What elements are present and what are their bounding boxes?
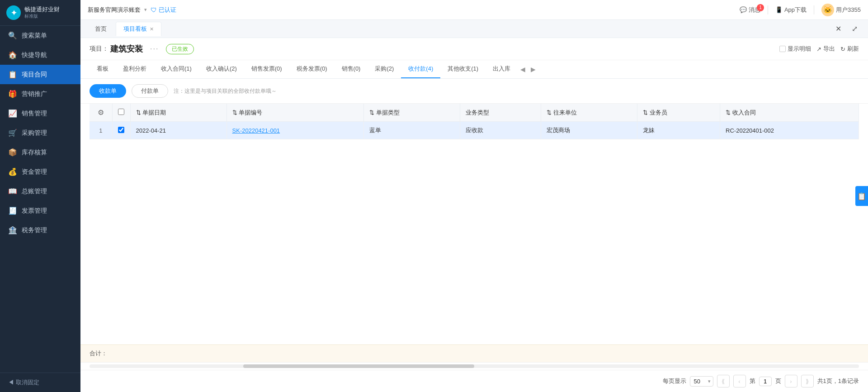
sidebar-item-search[interactable]: 🔍 搜索菜单 — [0, 26, 80, 45]
page-word: 第 — [750, 377, 755, 385]
receipt-icon: 🧾 — [8, 206, 17, 215]
sub-tab-receipt[interactable]: 收付款(4) — [401, 60, 440, 78]
sidebar-item-purchase[interactable]: 🛒 采购管理 — [0, 123, 80, 143]
sidebar-item-funds[interactable]: 💰 资金管理 — [0, 162, 80, 182]
data-table: ⚙ ⇅ 单据日期 ⇅ 单据编号 — [90, 104, 859, 139]
table-wrapper[interactable]: ⚙ ⇅ 单据日期 ⇅ 单据编号 — [80, 104, 868, 344]
sidebar-item-inventory[interactable]: 📦 库存核算 — [0, 143, 80, 162]
page-size-select[interactable]: 10 20 50 100 — [690, 376, 713, 387]
sub-tab-kanban[interactable]: 看板 — [90, 60, 116, 78]
maximize-window-button[interactable]: ⤢ — [848, 23, 861, 35]
settings-icon[interactable]: ⚙ — [98, 109, 104, 116]
header-left: 新服务官网演示账套 ▾ 🛡 已认证 — [88, 6, 176, 14]
sub-tab-tax-invoice[interactable]: 税务发票(0) — [289, 60, 335, 78]
sub-tab-sales[interactable]: 销售(0) — [335, 60, 368, 78]
sub-tab-sales-label: 销售(0) — [342, 65, 361, 72]
sidebar-item-ledger[interactable]: 📖 总账管理 — [0, 182, 80, 201]
income-contract-column-header[interactable]: ⇅ 收入合同 — [720, 104, 859, 122]
table-header-row: ⚙ ⇅ 单据日期 ⇅ 单据编号 — [90, 104, 859, 122]
payment-bill-filter[interactable]: 付款单 — [132, 84, 168, 98]
tab-home-label: 首页 — [95, 25, 107, 33]
sidebar-item-project[interactable]: 📋 项目合同 — [0, 65, 80, 84]
sidebar-item-label: 搜索菜单 — [22, 32, 47, 40]
sidebar-item-invoice[interactable]: 🧾 发票管理 — [0, 201, 80, 220]
user-profile[interactable]: 🐱 用户3355 — [821, 4, 861, 16]
first-page-button[interactable]: ⟪ — [717, 375, 730, 387]
sidebar-item-tax[interactable]: 🏦 税务管理 — [0, 220, 80, 240]
sub-tab-inout-label: 出入库 — [493, 65, 510, 72]
sidebar-item-label: 采购管理 — [22, 129, 47, 137]
number-column-header[interactable]: ⇅ 单据编号 — [226, 104, 364, 122]
row-checkbox-cell[interactable] — [112, 122, 130, 139]
sub-tab-other-income-label: 其他收支(1) — [448, 65, 478, 72]
close-window-button[interactable]: ✕ — [832, 23, 844, 35]
table-scrollbar-row — [80, 362, 868, 370]
page-size-label: 每页显示 — [663, 377, 686, 385]
salesperson-column-header[interactable]: ⇅ 业务员 — [637, 104, 720, 122]
gift-icon: 🎁 — [8, 90, 17, 98]
sub-tab-inout[interactable]: 出入库 — [486, 60, 518, 78]
sub-tab-purchase[interactable]: 采购(2) — [368, 60, 401, 78]
unpin-button[interactable]: ◀ 取消固定 — [0, 373, 80, 392]
certified-badge: 🛡 已认证 — [151, 6, 176, 14]
sub-tabs: 看板 盈利分析 收入合同(1) 收入确认(2) 销售发票(0) 税务发票(0) … — [80, 60, 868, 79]
show-detail-checkbox[interactable]: 显示明细 — [779, 45, 811, 53]
export-label: 导出 — [823, 45, 835, 53]
partner-sort-icon: ⇅ — [547, 109, 553, 116]
date-column-header[interactable]: ⇅ 单据日期 — [130, 104, 226, 122]
partner-column-header[interactable]: ⇅ 往来单位 — [541, 104, 637, 122]
number-label: 单据编号 — [239, 109, 262, 116]
more-options-button[interactable]: ··· — [150, 45, 159, 53]
row-date: 2022-04-21 — [130, 122, 226, 139]
table-row[interactable]: 1 2022-04-21 SK-20220421-001 蓝单 应收款 宏茂商场… — [90, 122, 859, 139]
sub-tab-sales-invoice[interactable]: 销售发票(0) — [244, 60, 289, 78]
receipt-bill-filter[interactable]: 收款单 — [90, 84, 126, 98]
sub-tab-prev-arrow[interactable]: ◀ — [518, 61, 528, 77]
sub-tab-income-contract[interactable]: 收入合同(1) — [154, 60, 199, 78]
sidebar-item-marketing[interactable]: 🎁 营销推广 — [0, 84, 80, 104]
row-select-checkbox[interactable] — [118, 127, 124, 133]
side-note-icon[interactable]: 📋 — [855, 186, 868, 206]
row-salesperson: 龙妹 — [637, 122, 720, 139]
message-button[interactable]: 💬 消息 1 — [740, 6, 760, 14]
last-page-button[interactable]: ⟫ — [801, 375, 814, 387]
tab-close-icon[interactable]: ✕ — [150, 26, 154, 32]
bill-number-link[interactable]: SK-20220421-001 — [232, 127, 280, 134]
select-all-checkbox[interactable] — [118, 109, 124, 115]
tab-home[interactable]: 首页 — [88, 22, 114, 36]
sidebar-item-sales[interactable]: 📈 销售管理 — [0, 104, 80, 123]
sidebar-item-shortcut[interactable]: 🏠 快捷导航 — [0, 45, 80, 65]
next-page-button[interactable]: › — [785, 375, 797, 387]
row-income-contract: RC-20220401-002 — [720, 122, 859, 139]
sub-tab-tax-invoice-label: 税务发票(0) — [297, 65, 327, 72]
account-dropdown-icon[interactable]: ▾ — [144, 7, 147, 13]
header-divider — [768, 5, 768, 14]
top-header: 新服务官网演示账套 ▾ 🛡 已认证 💬 消息 1 📱 App下载 🐱 用户335… — [80, 0, 868, 20]
app-name: 畅捷通好业财 — [24, 6, 60, 14]
user-name: 用户3355 — [836, 6, 861, 14]
prev-page-button[interactable]: ‹ — [733, 375, 746, 387]
sidebar-item-label: 库存核算 — [22, 148, 47, 157]
row-number[interactable]: SK-20220421-001 — [226, 122, 364, 139]
income-contract-sort-icon: ⇅ — [726, 109, 732, 116]
app-download-button[interactable]: 📱 App下载 — [775, 6, 807, 14]
sub-tab-profit[interactable]: 盈利分析 — [116, 60, 154, 78]
page-size-wrapper[interactable]: 10 20 50 100 — [690, 376, 713, 387]
money-icon: 💰 — [8, 167, 17, 176]
horizontal-scrollbar[interactable] — [90, 364, 859, 368]
settings-column-header[interactable]: ⚙ — [90, 104, 112, 122]
sub-tab-other-income[interactable]: 其他收支(1) — [440, 60, 486, 78]
refresh-button[interactable]: ↻ 刷新 — [840, 45, 859, 53]
sidebar-item-label: 快捷导航 — [22, 51, 47, 59]
message-badge: 1 — [757, 4, 764, 11]
export-button[interactable]: ↗ 导出 — [816, 45, 835, 53]
biz-type-label: 业务类型 — [466, 109, 489, 116]
sub-tab-next-arrow[interactable]: ▶ — [528, 61, 538, 77]
sub-tab-income-confirm[interactable]: 收入确认(2) — [199, 60, 244, 78]
main-content: 新服务官网演示账套 ▾ 🛡 已认证 💬 消息 1 📱 App下载 🐱 用户335… — [80, 0, 868, 392]
row-index: 1 — [90, 122, 112, 139]
tab-project-board[interactable]: 项目看板 ✕ — [116, 22, 161, 36]
type-column-header[interactable]: ⇅ 单据类型 — [364, 104, 460, 122]
sidebar-item-label: 总账管理 — [22, 187, 47, 196]
scrollbar-thumb[interactable] — [243, 364, 474, 368]
